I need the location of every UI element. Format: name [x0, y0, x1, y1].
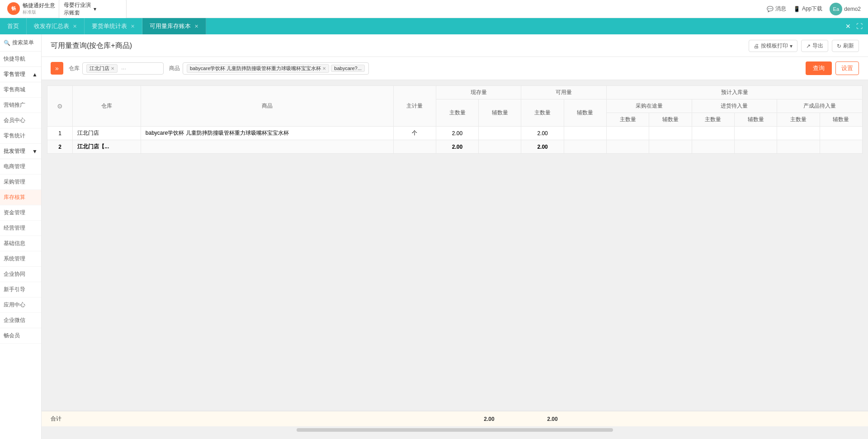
horizontal-scrollbar[interactable] — [60, 428, 850, 432]
sidebar-member-center-label: 会员中心 — [4, 117, 25, 123]
settings-btn[interactable]: 设置 — [835, 61, 859, 75]
gear-icon[interactable]: ⚙ — [57, 103, 63, 110]
row-product-main — [777, 127, 820, 140]
filter-toggle-btn[interactable]: » — [51, 62, 63, 75]
row-unit — [393, 140, 436, 154]
sidebar-vip-member-label: 畅会员 — [4, 332, 20, 339]
fullscreen-btn[interactable]: ⛶ — [854, 21, 864, 32]
sidebar-item-ecommerce-mgmt[interactable]: 电商管理 — [0, 159, 41, 175]
col-stock-main-qty: 主数量 — [436, 99, 478, 127]
sidebar-item-marketing[interactable]: 营销推广 — [0, 98, 41, 113]
sidebar-item-retail-mgmt[interactable]: 零售管理 ▲ — [0, 67, 41, 82]
message-btn[interactable]: 💬 消息 — [767, 5, 786, 13]
row-procure-aux — [649, 140, 692, 154]
warehouse-filter: 仓库 江北门店 ✕ ··· — [69, 62, 164, 75]
industry-select-label: 母婴行业演示账套 — [64, 1, 92, 17]
app-download-btn[interactable]: 📱 App下载 — [793, 5, 822, 13]
col-purchase-main: 主数量 — [692, 113, 734, 127]
warehouse-tag-remove[interactable]: ✕ — [111, 66, 114, 71]
user-profile[interactable]: Ea demo2 — [830, 3, 861, 15]
row-procure-main — [607, 140, 649, 154]
warehouse-tag-input[interactable]: 江北门店 ✕ ··· — [82, 62, 164, 75]
export-btn[interactable]: ↗ 导出 — [801, 40, 828, 52]
sidebar-quick-nav[interactable]: 快捷导航 — [0, 52, 41, 67]
tab-receive-summary-label: 收发存汇总表 — [34, 22, 69, 30]
product-tag-1-remove[interactable]: ✕ — [322, 66, 326, 71]
col-expected-in-header: 预计入库量 — [607, 86, 863, 99]
bottom-scrollbar-area — [42, 426, 868, 439]
col-product-aux: 辅数量 — [820, 113, 862, 127]
row-procure-main — [607, 127, 649, 140]
sidebar-item-new-guide[interactable]: 新手引导 — [0, 282, 41, 297]
sidebar-item-retail-mall[interactable]: 零售商城 — [0, 82, 41, 98]
sidebar-finance-label: 资金管理 — [4, 209, 25, 216]
sidebar-search[interactable]: 🔍 搜索菜单 — [0, 34, 41, 52]
sidebar-item-wholesale-mgmt[interactable]: 批发管理 ▼ — [0, 144, 41, 159]
industry-select[interactable]: 母婴行业演示账套 ▾ — [59, 0, 127, 19]
sidebar-item-finance-mgmt[interactable]: 资金管理 — [0, 205, 41, 221]
message-icon: 💬 — [767, 6, 774, 12]
col-warehouse-header: 仓库 — [73, 86, 141, 127]
close-all-tabs-btn[interactable]: ✕ — [844, 21, 853, 32]
sidebar-item-app-center[interactable]: 应用中心 — [0, 297, 41, 313]
sidebar-item-inventory-check[interactable]: 库存核算 — [0, 190, 41, 205]
col-current-stock-header: 现存量 — [436, 86, 521, 99]
warehouse-tag-text: 江北门店 — [90, 65, 109, 72]
sidebar-item-enterprise-collab[interactable]: 企业协同 — [0, 267, 41, 282]
scrollbar-thumb[interactable] — [297, 428, 613, 432]
chevron-down-icon: ▾ — [94, 6, 122, 12]
sidebar-basic-info-label: 基础信息 — [4, 240, 25, 246]
product-filter-label: 商品 — [169, 65, 180, 72]
tab-home[interactable]: 首页 — [0, 18, 27, 34]
col-product-expected-header: 产成品待入量 — [777, 99, 863, 113]
nav-tabs-right: ✕ ⛶ — [844, 18, 868, 34]
row-warehouse: 江北门店【... — [73, 140, 141, 154]
main-layout: 🔍 搜索菜单 快捷导航 零售管理 ▲ 零售商城 营销推广 会员中心 零售统计 批… — [0, 34, 868, 439]
table-body: 1 江北门店 babycare学饮杯 儿童防摔防撞吸管杯重力球吸嘴杯宝宝水杯 个… — [47, 127, 863, 154]
row-avail-main: 2.00 — [521, 127, 564, 140]
row-product-aux — [820, 127, 862, 140]
tab-receive-summary[interactable]: 收发存汇总表 ✕ — [27, 18, 85, 34]
total-stock-aux — [503, 416, 539, 422]
sidebar-item-member-center[interactable]: 会员中心 — [0, 113, 41, 128]
logo-icon-text: 畅 — [11, 5, 16, 12]
template-print-btn[interactable]: 🖨 按模板打印 ▾ — [749, 40, 797, 52]
col-gear[interactable]: ⚙ — [47, 86, 73, 127]
logo-subtitle: 标准版 — [23, 9, 55, 15]
tab-receive-summary-close[interactable]: ✕ — [73, 24, 77, 29]
logo-text-block: 畅捷通好生意 标准版 — [23, 2, 55, 15]
sidebar-inventory-label: 库存核算 — [4, 194, 25, 200]
row-procure-aux — [649, 127, 692, 140]
warehouse-more-btn[interactable]: ··· — [121, 65, 126, 72]
refresh-btn[interactable]: ↻ 刷新 — [832, 40, 859, 52]
sidebar-retail-stats-label: 零售统计 — [4, 132, 25, 139]
sidebar-item-operations-mgmt[interactable]: 经营管理 — [0, 221, 41, 236]
sidebar-item-retail-stats[interactable]: 零售统计 — [0, 128, 41, 144]
refresh-icon: ↻ — [837, 43, 841, 49]
product-tag-input[interactable]: babycare学饮杯 儿童防摔防撞吸管杯重力球吸嘴杯宝宝水杯 ✕ babyca… — [183, 62, 369, 75]
col-avail-aux-qty: 辅数量 — [564, 99, 606, 127]
sidebar-item-enterprise-wechat[interactable]: 企业微信 — [0, 313, 41, 328]
sidebar-item-basic-info[interactable]: 基础信息 — [0, 236, 41, 251]
sidebar-item-purchase-mgmt[interactable]: 采购管理 — [0, 175, 41, 190]
tab-requisition-stats[interactable]: 要货单统计表 ✕ — [85, 18, 142, 34]
sidebar-enterprise-wechat-label: 企业微信 — [4, 317, 25, 323]
table-area: ⚙ 仓库 商品 主计量 现存量 可用量 预计入库量 主数量 辅数量 主数量 辅数… — [42, 80, 868, 411]
col-procure-main: 主数量 — [607, 113, 649, 127]
tab-requisition-stats-close[interactable]: ✕ — [131, 24, 135, 29]
sidebar-item-vip-member[interactable]: 畅会员 — [0, 328, 41, 344]
table-row: 1 江北门店 babycare学饮杯 儿童防摔防撞吸管杯重力球吸嘴杯宝宝水杯 个… — [47, 127, 863, 140]
total-stock-main: 2.00 — [476, 416, 503, 422]
total-values: 2.00 2.00 — [87, 416, 593, 422]
total-avail-main: 2.00 — [539, 416, 566, 422]
sidebar-item-system-mgmt[interactable]: 系统管理 — [0, 251, 41, 267]
logo-icon: 畅 — [7, 2, 20, 15]
row-avail-aux — [564, 127, 606, 140]
tab-available-inventory[interactable]: 可用量库存账本 ✕ — [142, 18, 206, 34]
row-product — [141, 140, 393, 154]
filter-bar: » 仓库 江北门店 ✕ ··· 商品 babycare学饮杯 儿童防摔防撞吸管杯… — [42, 57, 868, 80]
query-btn[interactable]: 查询 — [806, 61, 832, 75]
tab-available-inventory-close[interactable]: ✕ — [194, 24, 198, 29]
avatar-text: Ea — [833, 6, 839, 12]
col-purchase-header: 进货待入量 — [692, 99, 777, 113]
